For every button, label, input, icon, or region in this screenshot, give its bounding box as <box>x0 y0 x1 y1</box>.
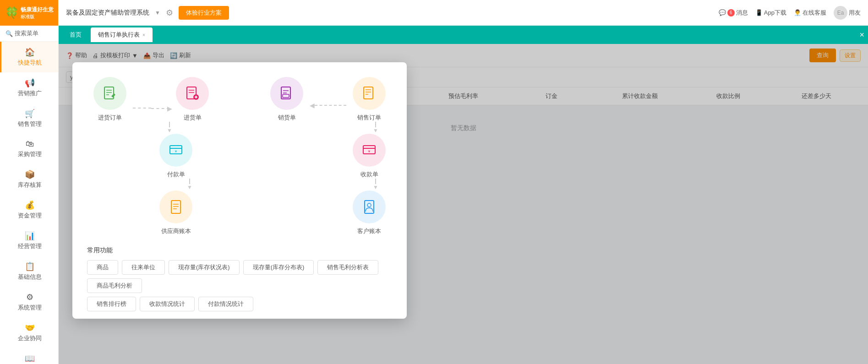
flow-item-purchase-bill[interactable]: 进货单 <box>169 77 215 122</box>
sidebar-item-sales[interactable]: 🛒 销售管理 <box>0 103 58 134</box>
sidebar-item-inventory[interactable]: 📦 库存核算 <box>0 164 58 195</box>
sidebar-item-label: 系统管理 <box>18 304 42 312</box>
sidebar-item-label: 采购管理 <box>18 150 42 158</box>
purchase-bill-label: 进货单 <box>184 114 202 122</box>
payment-circle[interactable]: ¥ <box>159 134 192 167</box>
message-label: 消息 <box>736 9 748 17</box>
customer-ledger-circle[interactable] <box>353 190 386 223</box>
tab-home[interactable]: 首页 <box>62 27 89 42</box>
tabbar-close-icon[interactable]: × <box>859 30 864 40</box>
app-download-item[interactable]: 📱 App下载 <box>755 9 786 17</box>
message-icon: 💬 <box>719 9 726 16</box>
purchase-bill-circle[interactable] <box>176 77 209 110</box>
flow-item-customer-ledger[interactable]: 客户账本 <box>346 190 392 235</box>
svg-rect-13 <box>283 94 289 98</box>
flow-row-1: 进货订单 ▶ 进货单 <box>87 77 392 122</box>
sales-order-circle[interactable] <box>353 77 386 110</box>
sales-bill-circle[interactable] <box>270 77 303 110</box>
sidebar-item-label: 基础信息 <box>18 273 42 281</box>
settings-icon[interactable]: ⚙ <box>166 8 173 18</box>
common-btn-sales-profit[interactable]: 销售毛利分析表 <box>317 260 378 275</box>
sidebar-search[interactable]: 🔍 搜索菜单 <box>0 26 58 42</box>
sidebar-item-tutorial[interactable]: 📖 新手引导 <box>0 348 58 364</box>
common-btn-partner[interactable]: 往来单位 <box>122 260 165 275</box>
svg-text:¥: ¥ <box>175 149 177 153</box>
flow-diagram: 进货订单 ▶ 进货单 <box>87 77 392 235</box>
common-btn-payment-stats[interactable]: 付款情况统计 <box>198 297 253 311</box>
purchase-order-label: 进货订单 <box>98 114 122 122</box>
sales-order-label: 销售订单 <box>357 114 381 122</box>
common-buttons-row1: 商品 往来单位 现存量(库存状况表) 现存量(库存分布表) 销售毛利分析表 商品… <box>87 260 392 293</box>
sidebar-item-marketing[interactable]: 📢 营销推广 <box>0 72 58 103</box>
modal-overlay: 进货订单 ▶ 进货单 <box>59 44 868 364</box>
gear-icon: ⚙ <box>26 292 33 302</box>
arrow-down-receipt: ▼ <box>359 179 392 190</box>
sidebar-nav: 🏠 快捷导航 📢 营销推广 🛒 销售管理 🛍 采购管理 📦 库存核算 💰 资金管… <box>0 42 58 364</box>
online-service-item[interactable]: 👨‍💼 在线客服 <box>794 9 826 17</box>
payment-label: 付款单 <box>167 170 185 179</box>
inventory-icon: 📦 <box>25 169 35 179</box>
tab-sales-order-exec[interactable]: 销售订单执行表 × <box>91 27 153 42</box>
sidebar-item-label: 库存核算 <box>18 181 42 189</box>
sidebar-item-label: 营销推广 <box>18 89 42 98</box>
flow-arrow-h2: ◀ <box>310 102 346 109</box>
trial-button[interactable]: 体验行业方案 <box>179 6 229 20</box>
flow-item-sales-bill[interactable]: 销货单 <box>264 77 310 122</box>
flow-arrows-row2: ▼ ▼ <box>87 122 392 134</box>
flow-arrows-row4: ▼ ▼ <box>87 179 392 190</box>
flow-item-sales-order[interactable]: 销售订单 <box>346 77 392 122</box>
sidebar-item-sys-mgmt[interactable]: ⚙ 系统管理 <box>0 287 58 317</box>
flow-row-5: 供应商账本 客户账本 <box>87 190 392 235</box>
svg-text:¥: ¥ <box>368 149 371 153</box>
arrow-down-purchase: ▼ <box>153 122 186 134</box>
sidebar-item-basic-info[interactable]: 📋 基础信息 <box>0 256 58 287</box>
supplier-ledger-circle[interactable] <box>159 190 192 223</box>
common-btn-receipt-stats[interactable]: 收款情况统计 <box>140 297 195 311</box>
flow-item-purchase-order[interactable]: 进货订单 <box>87 77 133 122</box>
message-item[interactable]: 💬 6 消息 <box>719 9 748 17</box>
sidebar-item-quick-nav[interactable]: 🏠 快捷导航 <box>0 42 58 72</box>
common-btn-product-profit[interactable]: 商品毛利分析 <box>87 278 142 293</box>
tab-home-label: 首页 <box>70 31 82 39</box>
sales-bill-label: 销货单 <box>278 114 296 122</box>
avatar-text: Ea <box>837 10 844 16</box>
flow-modal: 进货订单 ▶ 进货单 <box>72 62 407 319</box>
topbar-right: 💬 6 消息 📱 App下载 👨‍💼 在线客服 Ea 用友 <box>719 6 861 20</box>
common-btn-stock-status[interactable]: 现存量(库存状况表) <box>169 260 240 275</box>
arrow-down-payment: ▼ <box>173 179 206 190</box>
common-btn-product[interactable]: 商品 <box>87 260 118 275</box>
svg-rect-14 <box>364 87 373 99</box>
sidebar-item-label: 销售管理 <box>18 120 42 128</box>
tab-close-icon[interactable]: × <box>142 33 145 38</box>
user-label: 用友 <box>849 9 861 17</box>
receipt-circle[interactable]: ¥ <box>353 134 386 167</box>
service-icon: 👨‍💼 <box>794 9 801 16</box>
tab-label: 销售订单执行表 <box>98 31 140 39</box>
sidebar-item-label: 企业协同 <box>18 334 42 342</box>
app-logo: 🍀 畅康通好生意 标准版 <box>0 0 58 26</box>
tabbar: 首页 销售订单执行表 × × <box>59 26 868 44</box>
purchase-order-circle[interactable] <box>93 77 126 110</box>
enterprise-icon: 🤝 <box>25 323 35 333</box>
phone-icon: 📱 <box>755 9 763 16</box>
arrow-down-sales: ▼ <box>359 122 392 134</box>
topbar: 装备及固定资产辅助管理系统 ▼ ⚙ 体验行业方案 💬 6 消息 📱 App下载 … <box>59 0 868 26</box>
flow-item-payment[interactable]: ¥ 付款单 <box>153 134 199 179</box>
sidebar-item-finance[interactable]: 💰 资金管理 <box>0 195 58 225</box>
flow-item-supplier-ledger[interactable]: 供应商账本 <box>153 190 199 235</box>
sidebar-item-label: 快捷导航 <box>18 59 42 67</box>
topbar-dropdown-icon[interactable]: ▼ <box>155 10 160 16</box>
flow-item-receipt[interactable]: ¥ 收款单 <box>346 134 392 179</box>
user-item[interactable]: Ea 用友 <box>834 6 861 20</box>
sidebar-item-label: 资金管理 <box>18 212 42 220</box>
sidebar-item-operation[interactable]: 📊 经营管理 <box>0 225 58 256</box>
svg-rect-0 <box>104 87 114 99</box>
sales-icon: 🛒 <box>25 109 35 119</box>
sidebar-item-enterprise[interactable]: 🤝 企业协同 <box>0 317 58 348</box>
sidebar-item-label: 经营管理 <box>18 242 42 250</box>
sidebar-item-purchase[interactable]: 🛍 采购管理 <box>0 134 58 164</box>
svg-point-29 <box>367 203 371 207</box>
common-btn-sales-rank[interactable]: 销售排行榜 <box>87 297 136 311</box>
common-btn-stock-dist[interactable]: 现存量(库存分布表) <box>243 260 314 275</box>
search-label: 搜索菜单 <box>15 29 38 38</box>
